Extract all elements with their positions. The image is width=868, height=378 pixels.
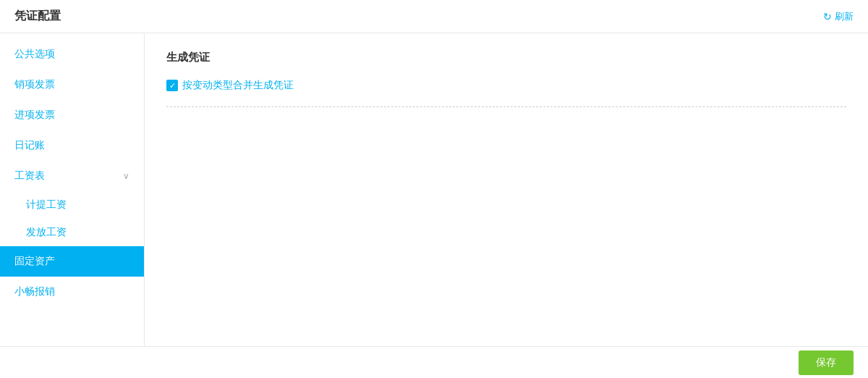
merge-by-type-checkbox[interactable]: ✓ 按变动类型合并生成凭证 xyxy=(166,79,294,92)
refresh-label: 刷新 xyxy=(835,10,854,23)
sidebar-item-label: 计提工资 xyxy=(26,198,67,210)
sidebar-item-public-options[interactable]: 公共选项 xyxy=(0,39,144,70)
refresh-icon: ↻ xyxy=(823,11,832,22)
checkmark-icon: ✓ xyxy=(169,82,176,90)
sidebar-item-payroll-issue[interactable]: 发放工资 xyxy=(0,219,144,246)
sidebar-item-label: 工资表 xyxy=(14,169,45,182)
page-title: 凭证配置 xyxy=(14,9,61,24)
sidebar-item-label: 发放工资 xyxy=(26,226,67,238)
checkbox-input[interactable]: ✓ xyxy=(166,80,178,91)
sidebar-item-label: 公共选项 xyxy=(14,48,55,61)
footer: 保存 xyxy=(0,346,868,378)
sidebar-item-sales-invoice[interactable]: 销项发票 xyxy=(0,70,144,100)
content-area: 生成凭证 ✓ 按变动类型合并生成凭证 xyxy=(145,33,868,346)
sidebar-item-label: 固定资产 xyxy=(14,255,55,268)
sidebar-item-payroll-accrual[interactable]: 计提工资 xyxy=(0,191,144,219)
sidebar: 公共选项 销项发票 进项发票 日记账 工资表 ∨ 计提工资 发放工资 固定资产 … xyxy=(0,33,145,346)
section-title: 生成凭证 xyxy=(166,51,846,64)
sidebar-item-journal[interactable]: 日记账 xyxy=(0,130,144,161)
sidebar-item-fixed-assets[interactable]: 固定资产 xyxy=(0,246,144,277)
sidebar-item-label: 进项发票 xyxy=(14,109,55,122)
sidebar-item-label: 销项发票 xyxy=(14,78,55,91)
sidebar-item-payroll-table[interactable]: 工资表 ∨ xyxy=(0,161,144,191)
checkbox-row: ✓ 按变动类型合并生成凭证 xyxy=(166,79,846,92)
sidebar-item-label: 日记账 xyxy=(14,139,45,152)
sidebar-item-label: 小畅报销 xyxy=(14,285,55,298)
checkbox-label: 按变动类型合并生成凭证 xyxy=(182,79,294,92)
chevron-down-icon: ∨ xyxy=(123,171,129,181)
divider xyxy=(166,106,846,107)
sidebar-item-expense-reimbursement[interactable]: 小畅报销 xyxy=(0,277,144,307)
save-button[interactable]: 保存 xyxy=(799,350,854,375)
refresh-button[interactable]: ↻ 刷新 xyxy=(823,10,854,23)
main-layout: 公共选项 销项发票 进项发票 日记账 工资表 ∨ 计提工资 发放工资 固定资产 … xyxy=(0,33,868,346)
header: 凭证配置 ↻ 刷新 xyxy=(0,0,868,33)
sidebar-item-purchase-invoice[interactable]: 进项发票 xyxy=(0,100,144,130)
